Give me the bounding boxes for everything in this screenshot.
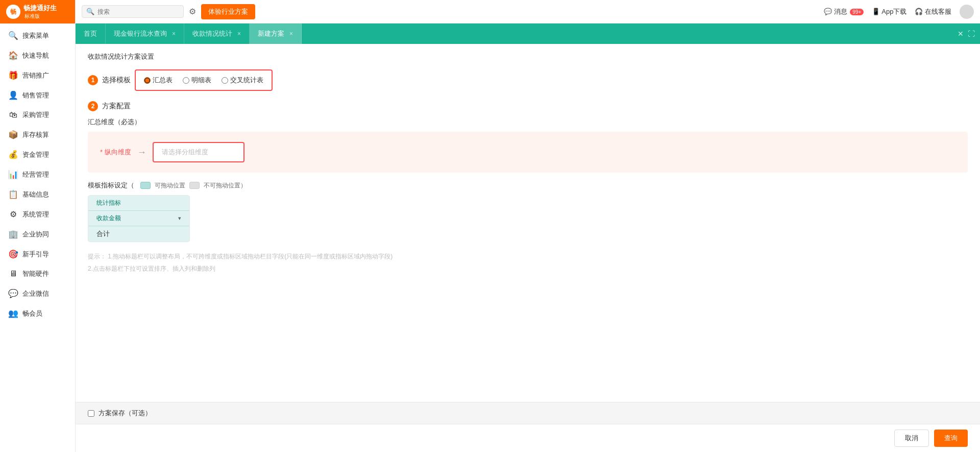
radio-detail[interactable]: 明细表 (183, 76, 211, 85)
sidebar-item-enterprise-wechat[interactable]: 💬企业微信 (0, 283, 75, 303)
sales-label: 销售管理 (22, 91, 49, 100)
operations-icon: 📊 (8, 170, 18, 179)
logo-icon: 畅 (6, 5, 20, 19)
tab-label-home: 首页 (84, 29, 97, 38)
tab-bank-flow[interactable]: 现金银行流水查询× (106, 23, 184, 44)
sidebar-item-smart-hardware[interactable]: 🖥智能硬件 (0, 264, 75, 283)
cancel-button[interactable]: 取消 (894, 430, 929, 447)
support-area[interactable]: 🎧 在线客服 (915, 7, 951, 16)
sidebar-item-purchase[interactable]: 🛍采购管理 (0, 105, 75, 125)
quick-nav-label: 快速导航 (22, 51, 49, 60)
radio-summary[interactable]: 汇总表 (144, 76, 173, 85)
non-draggable-legend-label: 不可拖动位置） (204, 181, 247, 190)
sidebar-nav: 🔍搜索菜单🏠快速导航🎁营销推广👤销售管理🛍采购管理📦库存核算💰资金管理📊经营管理… (0, 23, 75, 452)
tab-label-receipt-stats: 收款情况统计 (192, 29, 232, 38)
enterprise-collab-label: 企业协同 (22, 230, 49, 239)
purchase-label: 采购管理 (22, 110, 49, 120)
tab-close-new-plan[interactable]: × (289, 30, 293, 37)
sidebar-item-enterprise-collab[interactable]: 🏢企业协同 (0, 224, 75, 244)
notification-label: 消息 (834, 8, 847, 15)
notification-icon: 💬 (824, 8, 832, 15)
tab-close-receipt-stats[interactable]: × (237, 30, 241, 37)
indicator-dropdown-icon[interactable]: ▾ (178, 215, 181, 222)
radio-summary-input[interactable] (144, 77, 151, 84)
member-label: 畅会员 (22, 309, 42, 318)
notification-badge: 99+ (850, 9, 864, 15)
gear-icon[interactable]: ⚙ (189, 7, 196, 16)
radio-cross[interactable]: 交叉统计表 (222, 76, 263, 85)
close-window-icon[interactable]: ✕ (958, 30, 964, 38)
sidebar-item-marketing[interactable]: 🎁营销推广 (0, 65, 75, 85)
main-area: 🔍 ⚙ 体验行业方案 💬 消息 99+ 📱 App下载 🎧 在线客服 首页 (76, 0, 980, 452)
indicator-column-name: 收款金额 (96, 214, 121, 223)
tabbar: 首页现金银行流水查询×收款情况统计×新建方案× ✕ ⛶ (76, 23, 980, 44)
inventory-icon: 📦 (8, 130, 18, 139)
tab-label-bank-flow: 现金银行流水查询 (114, 29, 167, 38)
sidebar-item-quick-nav[interactable]: 🏠快速导航 (0, 45, 75, 65)
support-label: 在线客服 (925, 8, 951, 15)
sidebar-item-sales[interactable]: 👤销售管理 (0, 85, 75, 105)
indicator-section-label: 统计指标 (96, 199, 121, 207)
enterprise-wechat-icon: 💬 (8, 289, 18, 298)
search-icon: 🔍 (86, 8, 94, 15)
maximize-icon[interactable]: ⛶ (968, 30, 975, 38)
basic-info-icon: 📋 (8, 189, 18, 199)
step1-title: 选择模板 (102, 76, 131, 85)
non-draggable-legend-box (189, 182, 200, 189)
tab-new-plan[interactable]: 新建方案× (250, 23, 302, 44)
sidebar-item-funds[interactable]: 💰资金管理 (0, 145, 75, 164)
topbar-right: 💬 消息 99+ 📱 App下载 🎧 在线客服 (824, 5, 974, 19)
dim-row: 纵向维度 → 请选择分组维度 (100, 142, 244, 162)
step2-title: 方案配置 (102, 102, 131, 111)
radio-cross-input[interactable] (222, 77, 228, 84)
radio-detail-input[interactable] (183, 77, 189, 84)
notification-area[interactable]: 💬 消息 99+ (824, 7, 864, 16)
sidebar-item-basic-info[interactable]: 📋基础信息 (0, 184, 75, 204)
tab-close-bank-flow[interactable]: × (172, 30, 176, 37)
step2-badge: 2 (88, 101, 98, 111)
tab-home[interactable]: 首页 (76, 23, 106, 44)
download-label: App下载 (881, 8, 906, 15)
vertical-dim-label: 纵向维度 (100, 148, 131, 157)
query-button[interactable]: 查询 (934, 430, 968, 447)
download-icon: 📱 (872, 8, 880, 15)
radio-summary-label: 汇总表 (153, 76, 173, 85)
step1-section: 1 选择模板 汇总表 明细表 交叉统计表 (88, 69, 968, 91)
content-area: 收款情况统计方案设置 1 选择模板 汇总表 明细表 (76, 44, 980, 402)
indicator-section-header: 统计指标 (88, 196, 189, 211)
hint-2: 2.点击标题栏下拉可设置排序、插入列和删除列 (88, 263, 968, 275)
marketing-icon: 🎁 (8, 70, 18, 80)
sidebar-item-inventory[interactable]: 📦库存核算 (0, 125, 75, 145)
sidebar-item-search-menu[interactable]: 🔍搜索菜单 (0, 26, 75, 45)
save-label: 方案保存（可选） (99, 409, 152, 418)
industry-btn[interactable]: 体验行业方案 (201, 4, 255, 19)
system-label: 系统管理 (22, 210, 49, 219)
sidebar-item-operations[interactable]: 📊经营管理 (0, 164, 75, 184)
save-checkbox[interactable] (88, 410, 94, 417)
sidebar: 畅 畅捷通好生 标准版 🔍搜索菜单🏠快速导航🎁营销推广👤销售管理🛍采购管理📦库存… (0, 0, 76, 452)
radio-cross-label: 交叉统计表 (230, 76, 263, 85)
tab-label-new-plan: 新建方案 (258, 29, 284, 38)
enterprise-wechat-label: 企业微信 (22, 289, 49, 298)
content-inner: 收款情况统计方案设置 1 选择模板 汇总表 明细表 (76, 44, 980, 402)
sidebar-item-member[interactable]: 👥畅会员 (0, 303, 75, 323)
newbie-guide-label: 新手引导 (22, 250, 49, 259)
sidebar-item-newbie-guide[interactable]: 🎯新手引导 (0, 244, 75, 264)
sidebar-item-system[interactable]: ⚙系统管理 (0, 204, 75, 224)
indicator-column-header[interactable]: 收款金额 ▾ (88, 211, 189, 226)
logo-text: 畅捷通好生 (23, 4, 57, 13)
draggable-legend-box (140, 182, 151, 189)
dim-select-box[interactable]: 请选择分组维度 (153, 142, 244, 162)
search-input[interactable] (97, 8, 174, 15)
download-area[interactable]: 📱 App下载 (872, 7, 906, 16)
user-avatar[interactable] (960, 5, 974, 19)
hint-section: 提示： 1.拖动标题栏可以调整布局，不可跨维度或指标区域拖动栏目字段(只能在同一… (88, 250, 968, 275)
newbie-guide-icon: 🎯 (8, 249, 18, 259)
funds-icon: 💰 (8, 150, 18, 159)
search-box[interactable]: 🔍 (82, 5, 184, 18)
smart-hardware-label: 智能硬件 (22, 269, 49, 278)
tab-receipt-stats[interactable]: 收款情况统计× (184, 23, 250, 44)
search-menu-label: 搜索菜单 (22, 31, 49, 40)
topbar: 🔍 ⚙ 体验行业方案 💬 消息 99+ 📱 App下载 🎧 在线客服 (76, 0, 980, 23)
smart-hardware-icon: 🖥 (8, 269, 18, 278)
